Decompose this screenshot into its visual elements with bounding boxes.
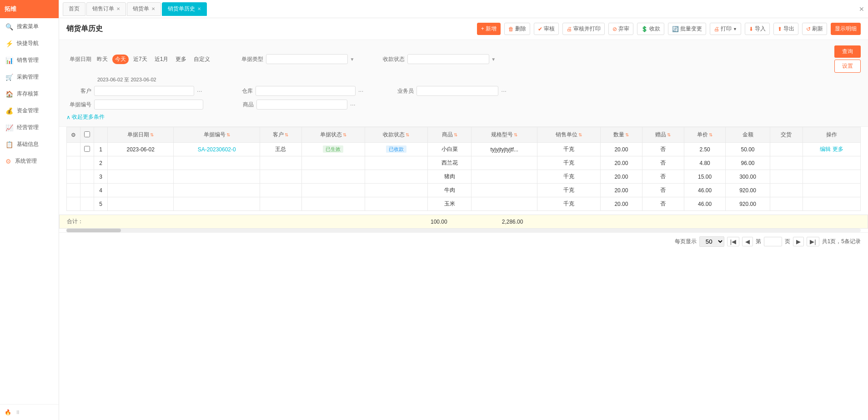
filter-warehouse-item: 仓库 ···	[228, 86, 364, 96]
refresh-button[interactable]: ↺ 刷新	[802, 23, 827, 35]
col-collect-status[interactable]: 收款状态⇅	[365, 127, 428, 143]
edit-action-link[interactable]: 编辑	[820, 145, 831, 153]
summary-row: 合计： 100.00 2,286.00	[59, 215, 868, 229]
row-checkbox[interactable]	[84, 146, 90, 152]
col-doc-status[interactable]: 单据状态⇅	[301, 127, 365, 143]
cell-rowno: 1	[94, 143, 108, 156]
col-customer[interactable]: 客户⇅	[260, 127, 302, 143]
col-checkbox[interactable]	[80, 127, 94, 143]
cell-unit-price: 2.50	[684, 143, 726, 156]
abandon-button[interactable]: ⊘ 弃审	[608, 23, 633, 35]
abandon-icon: ⊘	[612, 26, 617, 32]
cell-collect-status	[365, 170, 428, 184]
date-7days[interactable]: 近7天	[130, 55, 150, 64]
query-button[interactable]: 查询	[834, 45, 861, 58]
filter-salesperson-input[interactable]	[416, 86, 498, 96]
filter-goods-input[interactable]	[256, 100, 347, 110]
select-all-checkbox[interactable]	[84, 131, 90, 137]
per-page-select[interactable]: 50 100 200	[699, 236, 724, 247]
cell-checkbox[interactable]	[80, 197, 94, 211]
customer-dots-btn[interactable]: ···	[197, 87, 202, 95]
sidebar-item-finance[interactable]: 💰 资金管理	[0, 102, 59, 119]
col-amount: 金额	[726, 127, 770, 143]
tab-sales-order[interactable]: 销售订单 ✕	[86, 2, 126, 16]
col-qty[interactable]: 数量⇅	[600, 127, 642, 143]
horizontal-scrollbar[interactable]	[66, 229, 861, 232]
page-number-input[interactable]: 1	[764, 237, 782, 246]
filter-collapse-btn[interactable]: ∧ 收起更多条件	[66, 113, 861, 121]
audit-print-button[interactable]: 🖨 审核并打印	[562, 23, 605, 35]
delete-button[interactable]: 🗑 删除	[504, 23, 530, 35]
tab-bar-close-button[interactable]: ✕	[859, 5, 864, 13]
warehouse-dots-btn[interactable]: ···	[358, 87, 364, 95]
date-custom[interactable]: 自定义	[191, 55, 213, 64]
tab-sales-order-close[interactable]: ✕	[116, 6, 120, 11]
date-1month[interactable]: 近1月	[152, 55, 171, 64]
last-page-button[interactable]: ▶|	[807, 237, 819, 246]
filter-warehouse-input[interactable]	[256, 86, 356, 96]
col-settings[interactable]: ⚙	[67, 127, 80, 143]
sidebar-item-inventory[interactable]: 🏠 库存核算	[0, 85, 59, 102]
import-button[interactable]: ⬇ 导入	[745, 23, 770, 35]
cell-checkbox[interactable]	[80, 156, 94, 170]
col-goods[interactable]: 商品⇅	[428, 127, 472, 143]
sidebar-item-ops-mgmt[interactable]: 📈 经营管理	[0, 119, 59, 136]
filter-customer-input[interactable]	[94, 86, 194, 96]
show-detail-button[interactable]: 显示明细	[831, 23, 861, 35]
filter-date-label: 单据日期	[66, 55, 91, 63]
cell-customer: 王总	[260, 143, 302, 156]
col-gift[interactable]: 赠品⇅	[642, 127, 684, 143]
new-button[interactable]: + 新增	[477, 23, 501, 35]
cell-collect-status	[365, 156, 428, 170]
more-action-link[interactable]: 更多	[833, 145, 843, 153]
col-doc-no[interactable]: 单据编号⇅	[174, 127, 260, 143]
filter-collect-status-select[interactable]	[407, 54, 489, 64]
batch-change-button[interactable]: 🔄 批量变更	[668, 23, 706, 35]
sort-gift-icon: ⇅	[667, 132, 671, 137]
cell-amount: 50.00	[726, 143, 770, 156]
tab-sales-goods[interactable]: 销货单 ✕	[127, 2, 161, 16]
sidebar-item-quick-nav[interactable]: ⚡ 快捷导航	[0, 35, 59, 52]
tab-sales-goods-history[interactable]: 销货单历史 ✕	[162, 2, 207, 16]
cell-checkbox[interactable]	[80, 184, 94, 197]
tab-sales-goods-close[interactable]: ✕	[151, 6, 155, 11]
col-doc-date[interactable]: 单据日期⇅	[108, 127, 174, 143]
filter-doctype-select[interactable]	[266, 54, 348, 64]
cell-doc-status	[301, 170, 365, 184]
date-more[interactable]: 更多	[173, 55, 189, 64]
goods-dots-btn[interactable]: ···	[350, 101, 356, 108]
filter-docno-input[interactable]	[94, 100, 203, 110]
cell-checkbox[interactable]	[80, 143, 94, 156]
col-sales-unit[interactable]: 销售单位⇅	[537, 127, 601, 143]
tab-home[interactable]: 首页	[63, 2, 85, 16]
prev-page-button[interactable]: ◀	[742, 237, 753, 246]
first-page-button[interactable]: |◀	[727, 237, 739, 246]
sidebar-item-sys-mgmt[interactable]: ⚙ 系统管理	[0, 153, 59, 170]
date-today[interactable]: 今天	[112, 55, 129, 64]
salesperson-dots-btn[interactable]: ···	[501, 87, 507, 95]
sidebar-item-basic-info[interactable]: 📋 基础信息	[0, 136, 59, 153]
sidebar-item-purchase-mgmt[interactable]: 🛒 采购管理	[0, 69, 59, 85]
next-page-button[interactable]: ▶	[793, 237, 804, 246]
export-button[interactable]: ⬆ 导出	[773, 23, 798, 35]
cell-rowno: 4	[94, 184, 108, 197]
print-button[interactable]: 🖨 打印 ▼	[710, 23, 741, 35]
sidebar-item-sales-mgmt[interactable]: 📊 销售管理	[0, 52, 59, 69]
audit-button[interactable]: ✔ 审核	[534, 23, 559, 35]
sort-doc-date-icon: ⇅	[150, 132, 154, 137]
collect-button[interactable]: 💲 收款	[637, 23, 664, 35]
sidebar-bottom-icon2[interactable]: ⏸	[15, 409, 20, 415]
sidebar-bottom-icon1[interactable]: 🔥	[5, 409, 11, 415]
col-spec-model[interactable]: 规格型号⇅	[472, 127, 537, 143]
scrollbar-thumb[interactable]	[66, 229, 121, 232]
doc-no-link[interactable]: SA-20230602-0	[198, 146, 236, 153]
table-row: 2 西兰花 千克 20.00 否 4.80 96.00	[67, 156, 861, 170]
cell-checkbox[interactable]	[80, 170, 94, 184]
cell-transaction	[770, 170, 803, 184]
date-yesterday[interactable]: 昨天	[94, 55, 110, 64]
sidebar-item-label: 搜索菜单	[17, 23, 39, 30]
sidebar-item-search-menu[interactable]: 🔍 搜索菜单	[0, 18, 59, 35]
filter-settings-button[interactable]: 设置	[834, 60, 861, 73]
col-unit-price[interactable]: 单价⇅	[684, 127, 726, 143]
tab-sales-goods-history-close[interactable]: ✕	[197, 6, 201, 11]
